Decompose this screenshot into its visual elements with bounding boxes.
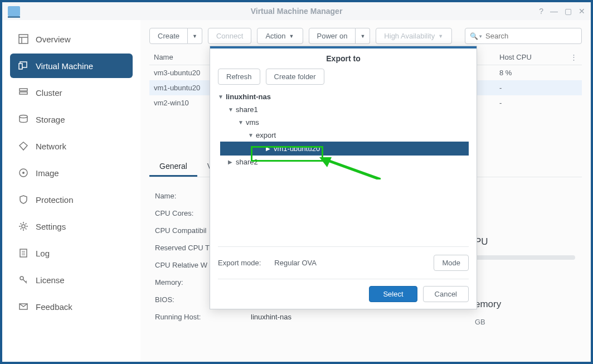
- help-icon[interactable]: ?: [539, 7, 543, 16]
- sidebar-item-label: License: [36, 275, 65, 285]
- titlebar: Virtual Machine Manager ? — ▢ ✕: [2, 2, 591, 20]
- sidebar-item-label: Network: [36, 142, 66, 151]
- chevron-down-icon[interactable]: ▼: [188, 28, 202, 44]
- sidebar-item-label: Settings: [36, 222, 66, 231]
- dialog-title: Export to: [210, 48, 477, 69]
- close-icon[interactable]: ✕: [579, 7, 585, 16]
- search-box[interactable]: 🔍 ▾: [465, 28, 582, 44]
- export-dialog: Export to Refresh Create folder ▼linuxhi…: [210, 46, 477, 309]
- svg-point-10: [22, 225, 25, 228]
- svg-point-9: [22, 172, 25, 174]
- search-icon: 🔍: [470, 32, 478, 40]
- svg-rect-0: [19, 35, 28, 43]
- sidebar-item-feedback[interactable]: Feedback: [10, 294, 133, 319]
- more-icon[interactable]: ⋮: [570, 53, 577, 61]
- chevron-down-icon[interactable]: ▼: [356, 28, 370, 44]
- high-availability-button[interactable]: High Availability▼: [376, 28, 452, 44]
- chevron-down-icon[interactable]: ▾: [479, 33, 482, 39]
- sidebar-item-label: Feedback: [36, 302, 72, 312]
- tab-general[interactable]: General: [149, 157, 197, 177]
- mode-button[interactable]: Mode: [434, 255, 469, 271]
- envelope-icon: [18, 301, 29, 312]
- chevron-down-icon: ▼: [228, 106, 236, 113]
- cancel-button[interactable]: Cancel: [423, 286, 469, 302]
- sidebar-item-license[interactable]: License: [10, 268, 133, 292]
- window-controls: ? — ▢ ✕: [539, 7, 585, 16]
- label-running-host: Running Host:: [155, 313, 251, 321]
- tree-node-root[interactable]: ▼linuxhint-nas: [218, 90, 477, 103]
- action-button[interactable]: Action▼: [257, 28, 303, 44]
- chevron-down-icon: ▼: [289, 33, 295, 39]
- app-logo-icon: [8, 6, 20, 16]
- tree-node-export[interactable]: ▼export: [248, 129, 477, 142]
- chevron-down-icon: ▼: [248, 132, 256, 138]
- log-icon: [18, 247, 29, 259]
- cluster-icon: [18, 87, 29, 98]
- window-title: Virtual Machine Manager: [251, 7, 343, 16]
- value-running-host: linuxhint-nas: [251, 313, 291, 321]
- sidebar-item-label: Log: [36, 249, 50, 258]
- chevron-down-icon: ▼: [438, 33, 444, 39]
- sidebar-item-overview[interactable]: Overview: [10, 27, 133, 51]
- sidebar-item-network[interactable]: Network: [10, 134, 133, 158]
- tree-node-selected[interactable]: ▶vm1-ubuntu20: [220, 142, 469, 156]
- sidebar-item-protection[interactable]: Protection: [10, 187, 133, 212]
- create-button[interactable]: Create ▼: [149, 28, 202, 44]
- svg-point-7: [20, 115, 27, 118]
- sidebar-item-label: Overview: [36, 35, 71, 44]
- create-folder-button[interactable]: Create folder: [266, 69, 324, 85]
- chevron-right-icon: ▶: [266, 145, 274, 152]
- tree-node-share2[interactable]: ▶share2: [228, 156, 477, 168]
- sidebar-item-virtual-machine[interactable]: Virtual Machine: [10, 54, 133, 78]
- svg-rect-6: [20, 92, 27, 94]
- column-host-cpu[interactable]: Host CPU ⋮: [495, 53, 582, 61]
- network-icon: [18, 140, 29, 152]
- sidebar: Overview Virtual Machine Cluster Storage…: [2, 20, 140, 362]
- sidebar-item-label: Image: [36, 168, 59, 178]
- export-mode-value: Regular OVA: [274, 259, 317, 267]
- vm-icon: [18, 60, 29, 71]
- tree-node-share1[interactable]: ▼share1: [228, 103, 477, 116]
- connect-button[interactable]: Connect: [208, 28, 251, 44]
- maximize-icon[interactable]: ▢: [565, 7, 572, 16]
- cpu-bar: [475, 255, 575, 260]
- memory-widget-title: emory: [475, 299, 575, 310]
- sidebar-item-log[interactable]: Log: [10, 241, 133, 265]
- sidebar-item-cluster[interactable]: Cluster: [10, 80, 133, 105]
- image-icon: [18, 167, 29, 178]
- gear-icon: [18, 221, 29, 232]
- power-button[interactable]: Power on ▼: [309, 28, 371, 44]
- sidebar-item-label: Cluster: [36, 88, 62, 98]
- sidebar-item-image[interactable]: Image: [10, 161, 133, 185]
- shield-icon: [18, 194, 29, 205]
- tree-node-vms[interactable]: ▼vms: [238, 116, 477, 129]
- overview-icon: [18, 33, 29, 45]
- storage-icon: [18, 114, 29, 125]
- minimize-icon[interactable]: —: [550, 7, 558, 16]
- svg-rect-4: [19, 64, 22, 69]
- search-input[interactable]: [485, 32, 579, 40]
- sidebar-item-label: Virtual Machine: [36, 61, 93, 71]
- cpu-widget: PU emory GB: [475, 236, 575, 326]
- sidebar-item-storage[interactable]: Storage: [10, 107, 133, 132]
- refresh-button[interactable]: Refresh: [218, 69, 260, 85]
- sidebar-item-label: Protection: [36, 195, 74, 205]
- key-icon: [18, 274, 29, 285]
- select-button[interactable]: Select: [369, 286, 417, 302]
- chevron-right-icon: ▶: [228, 159, 236, 165]
- folder-tree: ▼linuxhint-nas ▼share1 ▼vms ▼export ▶vm1…: [210, 90, 477, 179]
- export-mode-label: Export mode:: [218, 259, 261, 267]
- sidebar-item-settings[interactable]: Settings: [10, 214, 133, 239]
- chevron-down-icon: ▼: [238, 119, 246, 125]
- chevron-down-icon: ▼: [218, 94, 226, 100]
- svg-rect-5: [20, 89, 27, 91]
- sidebar-item-label: Storage: [36, 115, 65, 124]
- export-mode-row: Export mode: Regular OVA Mode: [210, 247, 477, 279]
- toolbar: Create ▼ Connect Action▼ Power on ▼ High…: [149, 28, 582, 44]
